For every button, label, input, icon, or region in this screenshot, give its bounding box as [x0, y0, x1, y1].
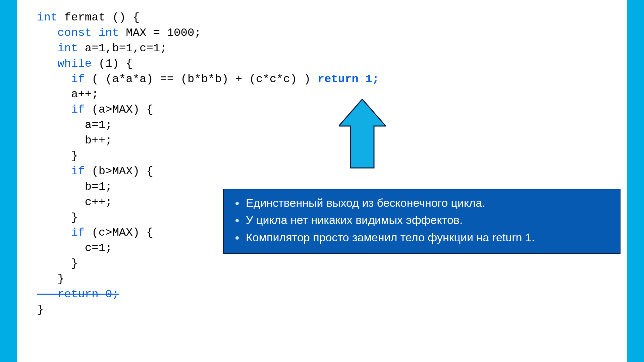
callout-item: Компилятор просто заменил тело функции н… — [245, 229, 610, 246]
callout-item: Единственный выход из бесконечного цикла… — [245, 195, 610, 211]
code-text: } — [37, 303, 44, 316]
code-text: b=1; — [37, 180, 112, 193]
return-0-struck: return 0; — [37, 288, 119, 301]
svg-marker-0 — [339, 99, 386, 168]
kw-while: while — [37, 57, 92, 70]
code-text: } — [37, 257, 78, 270]
kw-if: if — [37, 103, 85, 116]
kw-int: int — [37, 42, 78, 55]
kw-if: if — [37, 165, 85, 178]
callout-list: Единственный выход из бесконечного цикла… — [233, 195, 610, 246]
code-text: fermat () { — [57, 11, 140, 24]
slide-body: int fermat () { const int MAX = 1000; in… — [17, 0, 627, 362]
code-text: a=1; — [37, 119, 112, 131]
code-text: (a>MAX) { — [85, 103, 153, 116]
kw-if: if — [37, 226, 85, 239]
code-text: a++; — [37, 88, 99, 101]
code-text: b++; — [37, 134, 112, 147]
code-text: (c>MAX) { — [85, 226, 153, 239]
up-arrow-icon — [339, 99, 386, 170]
code-text: } — [37, 273, 64, 285]
code-text: (b>MAX) { — [85, 165, 153, 178]
kw-int: int — [37, 11, 57, 24]
code-block: int fermat () { const int MAX = 1000; in… — [37, 10, 379, 318]
code-text: } — [37, 149, 78, 162]
code-text: ( (a*a*a) == (b*b*b) + (c*c*c) ) — [85, 73, 318, 85]
code-text: MAX = 1000; — [119, 26, 201, 39]
kw-if: if — [37, 73, 85, 85]
code-text: a=1,b=1,c=1; — [78, 42, 167, 55]
code-text: (1) { — [92, 57, 132, 70]
code-text: c++; — [37, 196, 112, 208]
return-1-highlight: return 1; — [318, 73, 379, 85]
kw-constint: const int — [37, 26, 119, 39]
code-text: } — [37, 211, 78, 224]
callout-item: У цикла нет никаких видимых эффектов. — [245, 212, 610, 228]
callout-box: Единственный выход из бесконечного цикла… — [223, 189, 621, 254]
code-text: c=1; — [37, 242, 112, 254]
